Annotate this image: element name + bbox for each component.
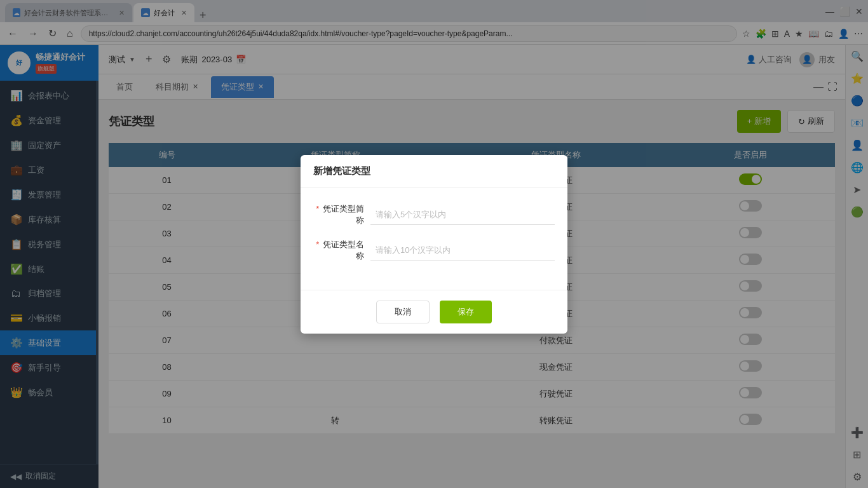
- modal-body: * 凭证类型简称 * 凭证类型名称: [301, 188, 567, 290]
- form-label-abbr: * 凭证类型简称: [313, 203, 370, 226]
- modal-header: 新增凭证类型: [301, 155, 567, 188]
- modal-dialog: 新增凭证类型 * 凭证类型简称 * 凭证类型名称 取消 保存: [301, 155, 567, 334]
- input-name[interactable]: [370, 240, 555, 261]
- save-button[interactable]: 保存: [440, 301, 492, 323]
- label-text-abbr: 凭证类型简称: [323, 204, 364, 225]
- modal-overlay[interactable]: 新增凭证类型 * 凭证类型简称 * 凭证类型名称 取消 保存: [0, 0, 868, 488]
- modal-footer: 取消 保存: [301, 290, 567, 334]
- form-row-abbr: * 凭证类型简称: [313, 203, 555, 226]
- required-marker-name: *: [316, 240, 319, 249]
- form-row-name: * 凭证类型名称: [313, 239, 555, 262]
- cancel-button[interactable]: 取消: [376, 301, 430, 323]
- input-abbr[interactable]: [370, 205, 555, 225]
- label-text-name: 凭证类型名称: [323, 240, 364, 261]
- modal-title: 新增凭证类型: [313, 165, 370, 176]
- required-marker-abbr: *: [316, 204, 319, 214]
- form-label-name: * 凭证类型名称: [313, 239, 370, 262]
